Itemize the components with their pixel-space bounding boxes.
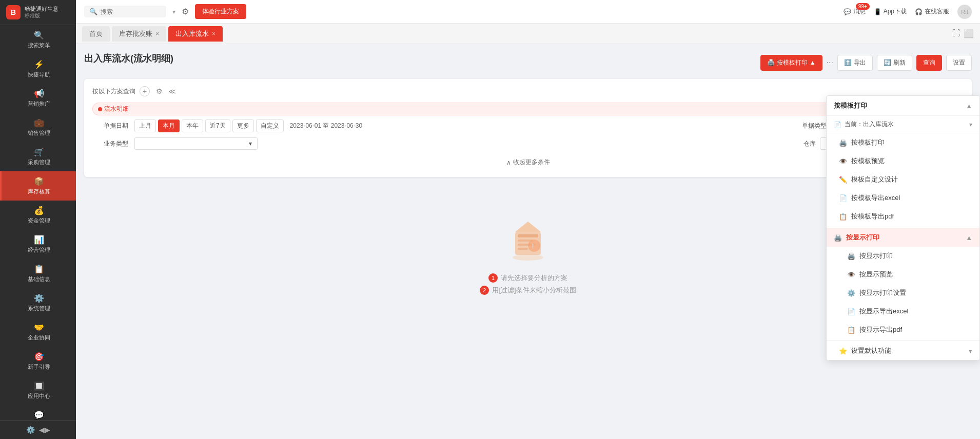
sidebar-item-apps[interactable]: 🔲 应用中心	[0, 376, 76, 405]
sidebar-item-purchase[interactable]: 🛒 采购管理	[0, 142, 76, 171]
sidebar-item-guide[interactable]: 🎯 新手引导	[0, 347, 76, 376]
dropdown-item-template-print-label: 按模板打印	[851, 138, 885, 147]
sidebar-item-label: 系统管理	[28, 305, 50, 312]
svg-rect-2	[518, 234, 538, 237]
sidebar-item-search[interactable]: 🔍 搜索菜单	[0, 25, 76, 54]
dropdown-item-template-custom-label: 模板自定义设计	[851, 175, 898, 184]
dropdown-display-section-label: 按显示打印	[846, 233, 879, 242]
filter-date-this-month[interactable]: 本月	[158, 119, 180, 132]
dropdown-display-export-pdf[interactable]: 📋 按显示导出pdf	[827, 321, 979, 339]
app-download-label: App下载	[884, 7, 907, 16]
tab-home-label: 首页	[89, 29, 103, 38]
tab-batch-account[interactable]: 库存批次账 ×	[112, 26, 166, 42]
filter-date-last-month[interactable]: 上月	[134, 119, 156, 132]
sidebar-item-label: 营销推广	[28, 100, 50, 108]
empty-hint-2-text: 用[过滤]条件来缩小分析范围	[492, 286, 576, 295]
refresh-button[interactable]: 🔄 刷新	[877, 55, 912, 71]
sidebar-item-finance[interactable]: 💰 资金管理	[0, 201, 76, 230]
sidebar-item-inventory[interactable]: 📦 库存核算	[0, 171, 76, 201]
dropdown-collapse-icon[interactable]: ▲	[966, 102, 972, 110]
briefcase-icon: 💼	[34, 118, 44, 128]
filter-collapse-icon[interactable]: ≪	[168, 87, 176, 95]
filter-date-this-year[interactable]: 本年	[182, 119, 203, 132]
message-icon: 💬	[844, 8, 851, 15]
maximize-icon[interactable]: ⛶	[952, 29, 961, 38]
filter-header: 按以下方案查询 + ⚙ ≪	[92, 86, 964, 96]
dropdown-item-template-preview[interactable]: 👁️ 按模板预览	[827, 152, 979, 170]
user-avatar[interactable]: Rit	[957, 5, 972, 19]
topbar-gear-icon[interactable]: ⚙	[182, 7, 189, 16]
search-icon: 🔍	[34, 30, 44, 40]
sidebar-item-label: 快捷导航	[28, 71, 50, 78]
dropdown-set-default[interactable]: ⭐ 设置默认功能 ▾	[827, 342, 979, 360]
settings-bottom-icon[interactable]: ⚙️	[26, 426, 35, 434]
current-expand-icon[interactable]: ▾	[969, 121, 972, 128]
sidebar-item-basic[interactable]: 📋 基础信息	[0, 259, 76, 288]
online-service-button[interactable]: 🎧 在线客服	[915, 7, 949, 16]
app-download-button[interactable]: 📱 App下载	[874, 7, 907, 16]
box-icon: 📦	[34, 176, 44, 186]
template-print-label: 按模板打印	[777, 58, 808, 67]
search-input[interactable]	[101, 8, 147, 15]
dropdown-item-template-pdf[interactable]: 📋 按模板导出pdf	[827, 207, 979, 226]
restore-icon[interactable]: ⬜	[964, 29, 974, 38]
dropdown-item-template-excel[interactable]: 📄 按模板导出excel	[827, 189, 979, 207]
dropdown-divider-2	[827, 340, 979, 341]
filter-collapse-label: 收起更多条件	[513, 158, 550, 167]
message-button[interactable]: 💬 消息 99+	[844, 7, 866, 16]
excel-icon: 📄	[839, 194, 847, 202]
filter-date-7days[interactable]: 近7天	[205, 119, 230, 132]
printer-sub-icon: 🖨️	[847, 252, 855, 260]
filter-date-custom[interactable]: 自定义	[256, 119, 284, 132]
page-title: 出入库流水(流水明细)	[84, 52, 173, 65]
sidebar-item-sales[interactable]: 💼 销售管理	[0, 113, 76, 142]
dropdown-display-print-settings[interactable]: ⚙️ 按显示打印设置	[827, 284, 979, 302]
tab-batch-account-close[interactable]: ×	[155, 30, 159, 37]
sidebar-item-marketing[interactable]: 📢 营销推广	[0, 84, 76, 113]
template-print-button[interactable]: 🖨️ 按模板打印 ▲	[760, 55, 822, 71]
query-button[interactable]: 查询	[916, 55, 942, 71]
sidebar-item-system[interactable]: ⚙️ 系统管理	[0, 288, 76, 317]
empty-hint-2: 2 用[过滤]条件来缩小分析范围	[480, 286, 576, 295]
dropdown-display-excel-label: 按显示导出excel	[859, 307, 908, 316]
section-arrow-icon: ▲	[966, 234, 972, 242]
dropdown-display-export-excel[interactable]: 📄 按显示导出excel	[827, 302, 979, 321]
filter-warehouse-label: 仓库	[780, 139, 816, 148]
tab-home[interactable]: 首页	[82, 26, 110, 42]
filter-business-select[interactable]: ▾	[134, 137, 258, 150]
dropdown-item-template-print[interactable]: 🖨️ 按模板打印	[827, 133, 979, 152]
search-dropdown-arrow[interactable]: ▾	[172, 8, 175, 15]
settings-button[interactable]: 设置	[946, 55, 972, 71]
dropdown-display-print[interactable]: 🖨️ 按显示打印	[827, 247, 979, 265]
logo-text: 畅捷通好生意	[25, 5, 58, 12]
dropdown-divider	[827, 227, 979, 227]
dropdown-item-template-custom[interactable]: ✏️ 模板自定义设计	[827, 170, 979, 189]
tab-inout-flow[interactable]: 出入库流水 ×	[168, 26, 223, 42]
more-icon[interactable]: ···	[827, 58, 833, 67]
dropdown-display-print-label: 按显示打印	[859, 251, 893, 261]
sidebar-item-wechat[interactable]: 💬 企业微信	[0, 405, 76, 420]
trial-button[interactable]: 体验行业方案	[195, 4, 246, 19]
tab-inout-flow-close[interactable]: ×	[212, 30, 215, 37]
message-badge: 99+	[856, 3, 870, 10]
empty-illustration: !	[502, 214, 554, 265]
sidebar-item-enterprise[interactable]: 🤝 企业协同	[0, 317, 76, 347]
dropdown-display-preview[interactable]: 👁️ 按显示预览	[827, 265, 979, 284]
collapse-sidebar-icon[interactable]: ◀▶	[39, 426, 50, 434]
export-button[interactable]: ⬆️ 导出	[837, 55, 873, 71]
sidebar-item-quick-nav[interactable]: ⚡ 快捷导航	[0, 54, 76, 84]
dropdown-display-print-section[interactable]: 🖨️ 按显示打印 ▲	[827, 228, 979, 247]
search-icon: 🔍	[89, 8, 97, 15]
page-title-row: 出入库流水(流水明细) 🖨️ 按模板打印 ▲ ··· ⬆️ 导出 🔄 刷新 查询	[84, 52, 972, 73]
service-icon: 🎧	[915, 8, 923, 15]
filter-add-button[interactable]: +	[140, 86, 150, 96]
megaphone-icon: 📢	[34, 89, 44, 98]
filter-settings-icon[interactable]: ⚙	[154, 86, 164, 96]
logo-sub: 标准版	[25, 12, 58, 19]
sidebar-item-operations[interactable]: 📊 经营管理	[0, 230, 76, 259]
sidebar-item-label: 库存核算	[28, 188, 50, 195]
topbar-search-box[interactable]: 🔍	[84, 6, 166, 17]
online-service-label: 在线客服	[925, 7, 949, 16]
filter-date-more[interactable]: 更多	[232, 119, 254, 132]
chat-icon: 💬	[34, 410, 44, 420]
